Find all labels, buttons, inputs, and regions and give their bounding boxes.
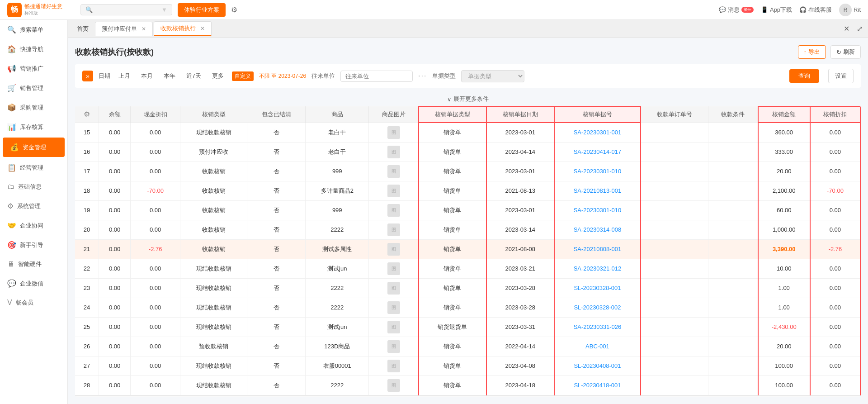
td-row-no: 25: [75, 317, 99, 337]
expand-more-btn[interactable]: ∨ 展开更多条件: [75, 92, 861, 106]
refresh-btn[interactable]: ↻ 刷新: [830, 45, 861, 59]
th-settings[interactable]: ⚙: [75, 106, 99, 123]
td-receipt-condition: [708, 317, 758, 337]
td-doc-no[interactable]: SL-20230408-001: [554, 356, 641, 375]
td-cash-discount: 0.00: [131, 220, 180, 239]
td-doc-no[interactable]: SA-20230301-010: [554, 162, 641, 181]
tab-collection-close[interactable]: ✕: [200, 25, 205, 32]
sidebar-item-finance[interactable]: 💰 资金管理: [3, 138, 65, 157]
td-doc-type: 销货单: [419, 298, 486, 317]
basic-icon: 🗂: [7, 183, 14, 191]
sidebar-item-sales[interactable]: 🛒 销售管理: [0, 78, 67, 98]
date-this-year-btn[interactable]: 本年: [161, 71, 178, 81]
td-receipt-condition: [708, 259, 758, 278]
date-last-month-btn[interactable]: 上月: [116, 71, 133, 81]
td-doc-date: 2023-03-01: [486, 162, 554, 181]
tab-prepay[interactable]: 预付冲应付单 ✕: [95, 22, 153, 36]
sidebar-item-collab[interactable]: 🤝 企业协同: [0, 216, 67, 235]
sidebar-item-marketing[interactable]: 📢 营销推广: [0, 59, 67, 78]
td-cancel-discount: -70.00: [810, 181, 860, 200]
td-doc-no[interactable]: SA-20230414-017: [554, 142, 641, 162]
td-doc-no[interactable]: SL-20230418-001: [554, 375, 641, 395]
td-product: 老白干: [306, 123, 369, 142]
page-header-actions: ↑ 导出 ↻ 刷新: [798, 45, 861, 59]
td-doc-no[interactable]: SL-20230328-001: [554, 278, 641, 298]
td-remainder: 0.00: [99, 356, 130, 375]
td-cancel-type: 现结收款核销: [180, 123, 247, 142]
date-7days-btn[interactable]: 近7天: [184, 71, 204, 81]
date-this-month-btn[interactable]: 本月: [138, 71, 156, 81]
app-download-btn[interactable]: 📱 App下载: [761, 6, 792, 14]
user-info[interactable]: R Rit: [839, 4, 861, 16]
td-doc-no[interactable]: SA-20230301-001: [554, 123, 641, 142]
sidebar-item-hardware[interactable]: 🖥 智能硬件: [0, 255, 67, 274]
td-cancel-discount: -2.76: [810, 239, 860, 259]
filter-settings-btn[interactable]: 设置: [828, 69, 854, 83]
date-custom-btn[interactable]: 自定义: [232, 71, 254, 81]
td-cancel-type: 现结收款核销: [180, 375, 247, 395]
from-input[interactable]: [340, 71, 413, 82]
td-doc-no[interactable]: SA-20230314-008: [554, 220, 641, 239]
home-icon: 🏠: [7, 45, 16, 53]
td-cancel-type: 预付冲应收: [180, 142, 247, 162]
td-row-no: 16: [75, 142, 99, 162]
td-doc-no[interactable]: SA-20210808-001: [554, 239, 641, 259]
tab-home[interactable]: 首页: [71, 22, 94, 36]
td-doc-no[interactable]: SA-20230321-012: [554, 259, 641, 278]
th-product-img: 商品图片: [369, 106, 419, 123]
top-search-input[interactable]: [95, 6, 159, 13]
tab-prepay-close[interactable]: ✕: [142, 26, 146, 32]
type-label: 单据类型: [432, 72, 456, 80]
td-doc-no[interactable]: SA-20230301-010: [554, 200, 641, 220]
td-product-img: 图: [369, 220, 419, 239]
filter-toggle-btn[interactable]: »: [82, 71, 93, 81]
td-cancel-type: 现结收款核销: [180, 298, 247, 317]
td-cancel-type: 收款核销: [180, 162, 247, 181]
sidebar-item-member[interactable]: V 畅会员: [0, 293, 67, 312]
query-btn[interactable]: 查询: [789, 69, 819, 83]
close-all-btn[interactable]: ✕: [842, 23, 851, 35]
td-doc-no[interactable]: ABC-001: [554, 337, 641, 356]
td-doc-date: 2023-03-28: [486, 298, 554, 317]
td-receipt-condition: [708, 337, 758, 356]
td-product-img: 图: [369, 142, 419, 162]
sidebar-item-search[interactable]: 🔍 搜索菜单: [0, 20, 67, 39]
message-btn[interactable]: 💬 消息 99+: [719, 6, 754, 14]
industry-btn[interactable]: 体验行业方案: [178, 3, 226, 17]
date-more-btn[interactable]: 更多: [209, 71, 226, 81]
td-doc-date: 2023-03-31: [486, 317, 554, 337]
top-search-box[interactable]: 🔍 ▼: [80, 4, 172, 15]
td-receipt-order-no: [641, 162, 708, 181]
gear-icon[interactable]: ⚙: [231, 5, 237, 14]
td-receipt-order-no: [641, 278, 708, 298]
td-remainder: 0.00: [99, 278, 130, 298]
td-receipt-order-no: [641, 356, 708, 375]
td-product-img: 图: [369, 200, 419, 220]
tab-collection[interactable]: 收款核销执行 ✕: [154, 21, 212, 36]
sidebar-item-guide[interactable]: 🎯 新手引导: [0, 235, 67, 255]
th-doc-date: 核销单据日期: [486, 106, 554, 123]
sidebar-item-wechat[interactable]: 💬 企业微信: [0, 274, 67, 293]
export-btn[interactable]: ↑ 导出: [798, 45, 826, 59]
sidebar-item-system[interactable]: ⚙ 系统管理: [0, 196, 67, 216]
sidebar-item-inventory[interactable]: 📊 库存核算: [0, 117, 67, 137]
th-cancel-discount: 核销折扣: [810, 106, 860, 123]
td-doc-no[interactable]: SA-20210813-001: [554, 181, 641, 200]
service-btn[interactable]: 🎧 在线客服: [799, 6, 832, 14]
logo-area: 畅 畅捷通谐好生意 标准版: [7, 3, 75, 17]
sidebar-item-operation[interactable]: 📋 经营管理: [0, 158, 67, 177]
td-receipt-order-no: [641, 317, 708, 337]
td-doc-date: 2023-03-14: [486, 220, 554, 239]
td-receipt-condition: [708, 181, 758, 200]
sidebar-item-basic[interactable]: 🗂 基础信息: [0, 177, 67, 196]
td-receipt-condition: [708, 356, 758, 375]
maximize-btn[interactable]: ⤢: [855, 23, 864, 35]
td-doc-no[interactable]: SA-20230331-026: [554, 317, 641, 337]
type-select[interactable]: 单据类型: [461, 70, 524, 82]
td-cancel-amount: 333.00: [758, 142, 810, 162]
main-table: ⚙ 余额 现金折扣 核销类型 包含已结清 商品 商品图片 核销单据类型 核销单据…: [75, 106, 861, 395]
td-cancel-type: 收款核销: [180, 200, 247, 220]
td-doc-no[interactable]: SL-20230328-002: [554, 298, 641, 317]
sidebar-item-purchase[interactable]: 📦 采购管理: [0, 98, 67, 117]
sidebar-item-nav[interactable]: 🏠 快捷导航: [0, 39, 67, 59]
